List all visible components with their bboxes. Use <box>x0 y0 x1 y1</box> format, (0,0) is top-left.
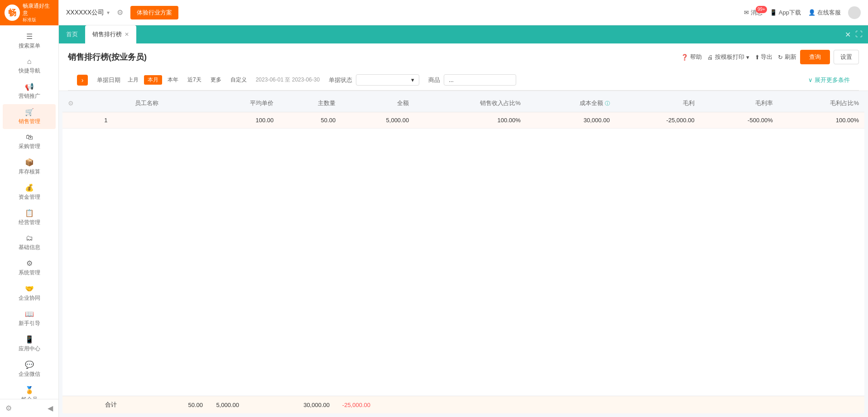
table-footer: 合计 50.00 5,000.00 30,000.00 -25,000.00 <box>62 396 864 413</box>
help-button[interactable]: ❓ 帮助 <box>681 53 702 61</box>
sidebar-item-label: 畅会员 <box>21 396 38 399</box>
sidebar-item-search[interactable]: ☰ 搜索菜单 <box>3 29 56 53</box>
sidebar-item-apps[interactable]: 📱 应用中心 <box>3 331 56 356</box>
cell-name <box>129 112 204 129</box>
expand-filters-button[interactable]: ∨ 展开更多条件 <box>808 76 850 84</box>
message-badge: 99+ <box>756 6 767 13</box>
col-gross-pct: 毛利占比% <box>778 95 864 112</box>
guide-icon: 📖 <box>25 310 34 318</box>
cell-amount: 5,000.00 <box>341 112 414 129</box>
collapse-icon[interactable]: ◀ <box>48 404 53 412</box>
print-button[interactable]: 🖨 按模板打印 ▾ <box>707 53 749 61</box>
apps-icon: 📱 <box>25 335 34 344</box>
col-rank <box>99 95 129 112</box>
table-container: ⚙ 员工名称 平均单价 主数量 全额 销售收入占比% 成本全额 ⓘ 毛利 毛利率… <box>62 95 864 413</box>
tab-home[interactable]: 首页 <box>59 25 85 43</box>
avatar[interactable] <box>848 6 861 19</box>
date-range-display: 2023-06-01 至 2023-06-30 <box>256 76 320 84</box>
refresh-icon: ↻ <box>778 54 783 61</box>
header-right: ✉ 消息 99+ 📱 App下载 👤 在线客服 <box>744 6 861 19</box>
data-table: ⚙ 员工名称 平均单价 主数量 全额 销售收入占比% 成本全额 ⓘ 毛利 毛利率… <box>62 95 864 129</box>
sidebar-item-label: 基础信息 <box>19 244 40 251</box>
sidebar: 畅 畅康通好生意 标准版 ☰ 搜索菜单⌂ 快捷导航📢 营销推广🛒 销售管理🛍 采… <box>0 0 59 417</box>
col-gross: 毛利 <box>615 95 700 112</box>
sidebar-item-finance[interactable]: 💰 资金管理 <box>3 180 56 205</box>
goods-label: 商品 <box>428 76 440 84</box>
sidebar-item-label: 企业协同 <box>19 294 40 302</box>
app-download-button[interactable]: 📱 App下载 <box>770 9 801 17</box>
basic-icon: 🗂 <box>26 234 33 242</box>
close-window-icon[interactable]: ✕ <box>845 30 851 39</box>
message-button[interactable]: ✉ 消息 99+ <box>744 9 762 17</box>
sidebar-item-label: 搜索菜单 <box>19 42 40 50</box>
date-tab-last-month[interactable]: 上月 <box>124 75 142 85</box>
table-settings-icon[interactable]: ⚙ <box>68 100 74 107</box>
date-label: 单据日期 <box>97 76 120 84</box>
date-tab-custom[interactable]: 自定义 <box>227 75 250 85</box>
logo-icon: 畅 <box>5 5 20 21</box>
cell-cost: 30,000.00 <box>526 112 615 129</box>
sidebar-item-quicknav[interactable]: ⌂ 快捷导航 <box>3 54 56 78</box>
goods-input[interactable]: ... <box>444 74 516 86</box>
help-icon: ❓ <box>681 54 688 61</box>
operations-icon: 📋 <box>25 209 34 217</box>
sidebar-logo: 畅 畅康通好生意 标准版 <box>0 0 58 25</box>
sidebar-item-sales[interactable]: 🛒 销售管理 <box>3 104 56 129</box>
expand-icon: ∨ <box>808 77 813 83</box>
sales-icon: 🛒 <box>25 108 34 116</box>
sidebar-item-wechat[interactable]: 💬 企业微信 <box>3 357 56 382</box>
company-selector[interactable]: XXXXXX公司 ▾ <box>66 9 110 17</box>
footer-gross: -25,000.00 <box>335 402 376 408</box>
refresh-button[interactable]: ↻ 刷新 <box>778 53 796 61</box>
settings-icon[interactable]: ⚙ <box>5 404 12 412</box>
filter-collapse-button[interactable]: › <box>77 75 88 86</box>
sidebar-item-system[interactable]: ⚙ 系统管理 <box>3 255 56 280</box>
tab-sales-rank[interactable]: 销售排行榜 ✕ <box>85 25 136 43</box>
page-title-row: 销售排行榜(按业务员) ❓ 帮助 🖨 按模板打印 ▾ ⬆ <box>68 50 859 64</box>
sales-rank-tab-label: 销售排行榜 <box>92 30 122 38</box>
col-avg-price: 平均单价 <box>204 95 279 112</box>
date-filter-group: 单据日期 上月 本月 本年 近7天 更多 自定义 2023-06-01 至 20… <box>97 75 320 85</box>
footer-label: 合计 <box>100 401 136 409</box>
marketing-icon: 📢 <box>25 82 34 91</box>
table-row: 1 100.00 50.00 5,000.00 100.00% 30,000.0… <box>62 112 864 129</box>
sidebar-item-label: 营销推广 <box>19 92 40 100</box>
table-head: ⚙ 员工名称 平均单价 主数量 全额 销售收入占比% 成本全额 ⓘ 毛利 毛利率… <box>62 95 864 112</box>
print-icon: 🖨 <box>707 54 713 61</box>
sidebar-item-purchase[interactable]: 🛍 采购管理 <box>3 129 56 154</box>
collab-icon: 🤝 <box>25 284 34 293</box>
online-service-button[interactable]: 👤 在线客服 <box>808 9 841 17</box>
sidebar-item-collab[interactable]: 🤝 企业协同 <box>3 281 56 306</box>
date-tab-this-month[interactable]: 本月 <box>144 75 162 85</box>
sidebar-item-marketing[interactable]: 📢 营销推广 <box>3 79 56 104</box>
status-select[interactable]: ▾ <box>356 74 419 86</box>
sidebar-item-basic[interactable]: 🗂 基础信息 <box>3 230 56 255</box>
sidebar-item-guide[interactable]: 📖 新手引导 <box>3 306 56 331</box>
status-chevron-icon: ▾ <box>411 77 414 83</box>
status-filter-group: 单据状态 ▾ <box>329 74 419 86</box>
query-button[interactable]: 查询 <box>800 50 830 64</box>
close-tab-icon[interactable]: ✕ <box>125 31 129 38</box>
sidebar-item-label: 销售管理 <box>19 118 40 125</box>
phone-icon: 📱 <box>770 9 777 16</box>
settings-button[interactable]: 设置 <box>834 50 859 64</box>
page-header: 销售排行榜(按业务员) ❓ 帮助 🖨 按模板打印 ▾ ⬆ <box>59 43 868 91</box>
export-icon: ⬆ <box>755 54 760 61</box>
sidebar-item-member[interactable]: 🏅 畅会员 <box>3 382 56 399</box>
home-tab-label: 首页 <box>66 30 78 38</box>
status-label: 单据状态 <box>329 76 352 84</box>
sidebar-item-operations[interactable]: 📋 经营管理 <box>3 205 56 230</box>
maximize-icon[interactable]: ⛶ <box>855 30 863 38</box>
sidebar-bottom: ⚙ ◀ <box>0 399 58 417</box>
sidebar-item-label: 资金管理 <box>19 193 40 201</box>
filter-bar: › 单据日期 上月 本月 本年 近7天 更多 自定义 2023-06-01 至 … <box>68 70 859 91</box>
try-industry-button[interactable]: 体验行业方案 <box>130 6 178 19</box>
date-tab-7days[interactable]: 近7天 <box>184 75 205 85</box>
gear-icon[interactable]: ⚙ <box>117 8 123 17</box>
export-button[interactable]: ⬆ 导出 <box>755 53 772 61</box>
sidebar-item-label: 快捷导航 <box>19 67 40 75</box>
sidebar-item-inventory[interactable]: 📦 库存核算 <box>3 154 56 179</box>
date-tab-this-year[interactable]: 本年 <box>164 75 182 85</box>
table-body: 1 100.00 50.00 5,000.00 100.00% 30,000.0… <box>62 112 864 129</box>
date-tab-more[interactable]: 更多 <box>207 75 225 85</box>
